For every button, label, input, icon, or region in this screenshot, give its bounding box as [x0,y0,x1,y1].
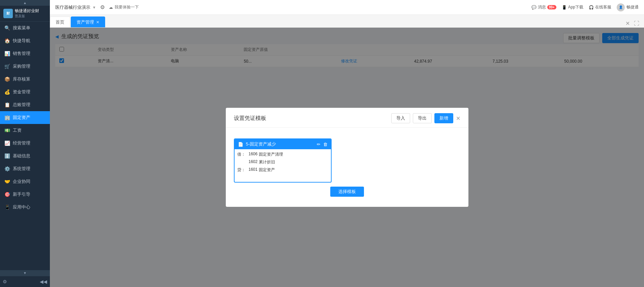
modal-body: 📄 5-固定资产减少 ✏ 🗑 借： 1606 [226,128,468,207]
sidebar-item-ledger[interactable]: 📋 总账管理 [0,98,50,111]
logo-icon: 财 [3,9,13,18]
scroll-down-btn[interactable]: ▼ [0,270,50,276]
payroll-icon: 💵 [4,128,10,133]
new-template-btn[interactable]: 新增 [434,113,453,123]
modal-close-window-btn[interactable]: ✕ [623,20,632,27]
sidebar-item-label: 基础信息 [13,153,30,159]
sidebar-item-capital[interactable]: 💰 资金管理 [0,86,50,98]
sidebar: ▲ 财 畅捷通好业财 普及版 🔍 搜索菜单 🏠 快捷导航 📊 销售管理 🛒 [0,0,50,287]
search-icon: 🔍 [4,25,10,31]
debit-name-1: 固定资产清理 [259,152,283,157]
logo-sub: 普及版 [15,14,39,19]
sidebar-item-label: 应用中心 [13,204,30,210]
experience-text: 我要体验一下 [115,4,139,10]
tab-home[interactable]: 首页 [50,17,70,27]
newbie-icon: 🎯 [4,192,10,197]
cloud-icon: ☁ [109,5,113,10]
sidebar-item-operations[interactable]: 📈 经营管理 [0,137,50,150]
header-actions: 💬 消息 99+ 📱 App下载 🎧 在线客服 👤 畅捷通 [531,3,639,11]
fixed-asset-icon: 🏢 [4,115,10,120]
sidebar-item-fixed-asset[interactable]: 🏢 固定资产 [0,111,50,124]
credit-name-1: 固定资产 [259,167,275,173]
debit-label-2 [237,159,247,165]
support-label: 在线客服 [595,4,611,10]
company-selector[interactable]: 医疗器械行业演示 ▼ [55,4,96,10]
purchase-icon: 🛒 [4,64,10,69]
tab-asset-mgmt-label: 资产管理 [76,19,94,25]
sidebar-item-label: 工资 [13,127,22,133]
sidebar-item-label: 企业协同 [13,179,30,185]
capital-icon: 💰 [4,89,10,95]
sales-icon: 📊 [4,51,10,56]
sidebar-item-search[interactable]: 🔍 搜索菜单 [0,22,50,34]
sidebar-item-label: 系统管理 [13,166,30,172]
select-template-btn[interactable]: 选择模板 [330,187,364,197]
export-btn[interactable]: 导出 [413,113,432,123]
modal-close-btn[interactable]: ✕ [456,115,460,122]
sidebar-bottom: ⚙ ◀◀ [0,276,50,287]
import-btn[interactable]: 导入 [391,113,410,123]
template-name: 5-固定资产减少 [246,141,314,147]
template-empty-row [235,174,331,181]
user-name: 畅捷通 [626,4,639,10]
sidebar-item-newbie[interactable]: 🎯 新手引导 [0,188,50,201]
experience-btn[interactable]: ☁ 我要体验一下 [109,4,139,10]
modal-header: 设置凭证模板 导入 导出 新增 ✕ [226,108,468,128]
enterprise-icon: 🤝 [4,179,10,184]
template-doc-icon: 📄 [238,142,243,147]
sidebar-item-label: 固定资产 [13,115,30,121]
debit-code-2: 1602 [249,159,258,165]
template-card-header: 📄 5-固定资产减少 ✏ 🗑 [235,139,331,149]
sidebar-item-quick-nav[interactable]: 🏠 快捷导航 [0,34,50,47]
template-card-body: 借： 1606 固定资产清理 1602 累计折旧 [235,149,331,182]
app-center-icon: 📱 [4,204,10,210]
sidebar-item-basic-info[interactable]: ℹ️ 基础信息 [0,150,50,162]
sidebar-item-app-center[interactable]: 📱 应用中心 [0,201,50,214]
template-card-actions: ✏ 🗑 [317,142,328,147]
tab-asset-mgmt[interactable]: 资产管理 ✕ [71,17,105,27]
sidebar-item-label: 销售管理 [13,51,30,57]
debit-label-1: 借： [237,152,247,157]
app-download-label: App下载 [568,4,583,10]
online-support-btn[interactable]: 🎧 在线客服 [589,4,611,10]
credit-code-1: 1601 [249,167,258,173]
download-icon: 📱 [562,5,567,10]
basic-info-icon: ℹ️ [4,153,10,159]
sidebar-item-enterprise[interactable]: 🤝 企业协同 [0,175,50,188]
maximize-window-btn[interactable]: ⛶ [632,20,641,27]
app-download-btn[interactable]: 📱 App下载 [562,4,583,10]
sidebar-logo: 财 畅捷通好业财 普及版 [0,6,50,22]
support-icon: 🎧 [589,5,594,10]
sidebar-item-sales[interactable]: 📊 销售管理 [0,47,50,60]
sidebar-item-label: 采购管理 [13,63,30,69]
header-settings-icon[interactable]: ⚙ [100,4,105,10]
scroll-up-btn[interactable]: ▲ [0,0,50,6]
template-debit-row-1: 借： 1606 固定资产清理 [235,151,331,158]
sidebar-item-label: 资金管理 [13,89,30,95]
modal-overlay: 设置凭证模板 导入 导出 新增 ✕ 📄 5 [50,28,644,287]
collapse-icon[interactable]: ◀◀ [40,279,47,284]
messages-label: 消息 [538,4,546,10]
sidebar-item-payroll[interactable]: 💵 工资 [0,124,50,137]
content-area: ◀ 生成的凭证预览 批量调整模板 全部生成凭证 变动类型 [50,28,644,287]
tab-close-icon[interactable]: ✕ [96,20,99,25]
template-credit-row-1: 贷： 1601 固定资产 [235,166,331,174]
tab-home-label: 首页 [56,19,64,25]
sidebar-item-label: 搜索菜单 [13,25,30,31]
sidebar-item-label: 总账管理 [13,102,30,108]
logo-text: 畅捷通好业财 [15,8,39,14]
tabs-bar: 首页 资产管理 ✕ ✕ ⛶ [50,15,644,28]
sidebar-item-inventory[interactable]: 📦 库存核算 [0,73,50,86]
system-icon: ⚙️ [4,166,10,171]
template-edit-icon[interactable]: ✏ [317,142,320,147]
settings-bottom-icon[interactable]: ⚙ [3,279,7,284]
main-area: 医疗器械行业演示 ▼ ⚙ ☁ 我要体验一下 💬 消息 99+ 📱 App下载 [50,0,644,287]
sidebar-item-system[interactable]: ⚙️ 系统管理 [0,162,50,175]
sidebar-item-purchase[interactable]: 🛒 采购管理 [0,60,50,73]
messages-icon: 💬 [531,5,536,10]
messages-btn[interactable]: 💬 消息 99+ [531,4,556,10]
sidebar-item-label: 新手引导 [13,191,30,197]
template-delete-icon[interactable]: 🗑 [323,142,328,147]
sidebar-item-label: 经营管理 [13,140,30,146]
user-btn[interactable]: 👤 畅捷通 [617,3,639,11]
